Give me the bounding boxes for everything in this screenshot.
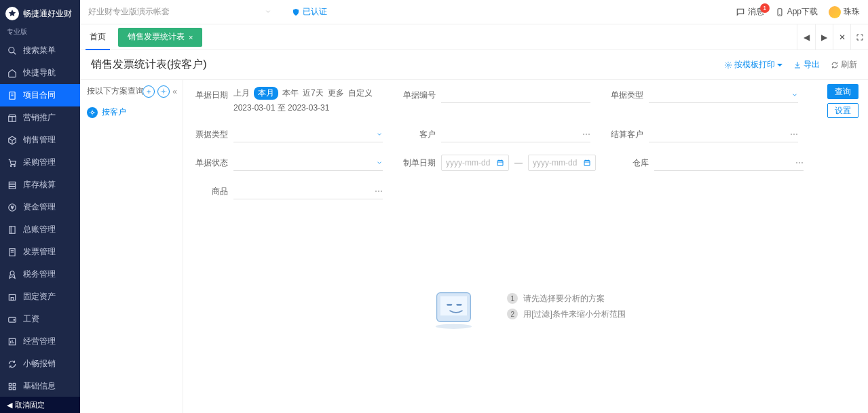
svg-point-37 [91, 111, 93, 113]
sidebar-item-invoice[interactable]: 发票管理 [0, 241, 80, 263]
invoice-type-select[interactable] [233, 126, 383, 142]
tab-close-all-button[interactable]: ✕ [833, 24, 850, 50]
sidebar-item-label: 库存核算 [23, 179, 56, 191]
gear-icon [724, 61, 732, 69]
export-label: 导出 [804, 59, 820, 71]
wallet-icon [7, 314, 18, 325]
phone-icon [775, 7, 785, 17]
sidebar-item-inventory[interactable]: 库存核算 [0, 174, 80, 196]
grid-icon [7, 381, 18, 392]
sidebar-item-label: 固定资产 [23, 291, 56, 302]
settings-button[interactable]: 设置 [827, 103, 858, 118]
svg-rect-11 [9, 186, 15, 189]
empty-illustration-icon [426, 279, 487, 334]
export-button[interactable]: 导出 [793, 59, 820, 71]
sidebar-item-expense[interactable]: 小畅报销 [0, 353, 80, 375]
tab-next-button[interactable]: ▶ [815, 24, 833, 50]
sidebar-item-search-menu[interactable]: 搜索菜单 [0, 39, 80, 62]
sidebar-footer-unpin[interactable]: ◀ 取消固定 [0, 397, 80, 413]
messages-button[interactable]: 消息 1 [736, 6, 764, 18]
filter-label-make-date: 制单日期 [403, 155, 441, 169]
svg-rect-46 [584, 161, 590, 166]
svg-text:¥: ¥ [11, 205, 14, 210]
tab-prev-button[interactable]: ◀ [797, 24, 815, 50]
doc-status-select[interactable] [233, 155, 383, 171]
sidebar-item-fund[interactable]: ¥资金管理 [0, 196, 80, 218]
warehouse-input[interactable]: ⋯ [654, 155, 804, 171]
svg-rect-10 [9, 184, 15, 186]
date-separator: — [514, 158, 523, 168]
user-menu[interactable]: 珠珠 [829, 6, 860, 18]
sidebar-item-tax[interactable]: 税务管理 [0, 263, 80, 286]
date-quick-this-month[interactable]: 本月 [254, 87, 278, 100]
doc-type-select[interactable] [649, 87, 798, 103]
verify-badge: 已认证 [292, 6, 327, 18]
query-button[interactable]: 查询 [827, 84, 858, 99]
sidebar: 畅捷通好业财 专业版 搜索菜单 快捷导航 项目合同 营销推广 销售管理 采购管理… [0, 0, 80, 413]
add-scheme-button[interactable]: + [143, 85, 155, 98]
empty-hint-2: 用[过滤]条件来缩小分析范围 [523, 309, 626, 320]
stack-icon [7, 180, 18, 191]
sidebar-item-label: 工资 [23, 313, 39, 325]
fullscreen-button[interactable] [850, 24, 868, 50]
doc-no-input[interactable] [441, 87, 590, 103]
tab-home[interactable]: 首页 [80, 24, 115, 50]
sidebar-item-quick-nav[interactable]: 快捷导航 [0, 62, 80, 84]
date-placeholder: yyyy-mm-dd [533, 158, 577, 168]
sidebar-item-operation[interactable]: 经营管理 [0, 330, 80, 353]
sidebar-item-label: 项目合同 [23, 90, 56, 101]
date-quick-last-month[interactable]: 上月 [233, 87, 250, 99]
avatar-icon [829, 6, 841, 18]
svg-rect-28 [9, 383, 12, 386]
chevron-down-icon [777, 64, 782, 66]
refresh-label: 刷新 [841, 59, 857, 71]
refresh-icon [7, 359, 18, 370]
account-select[interactable]: 好业财专业版演示帐套 [88, 6, 170, 18]
chevron-down-icon[interactable] [265, 7, 271, 17]
date-quick-custom[interactable]: 自定义 [348, 87, 373, 99]
search-icon [7, 45, 18, 56]
sidebar-item-purchase[interactable]: 采购管理 [0, 151, 80, 174]
customer-input[interactable]: ⋯ [441, 126, 590, 142]
close-icon[interactable]: × [189, 33, 193, 41]
topbar: 好业财专业版演示帐套 已认证 消息 1 App下载 珠珠 [80, 0, 868, 24]
brand-logo-icon [5, 7, 19, 20]
empty-state: 1请先选择要分析的方案 2用[过滤]条件来缩小分析范围 [183, 199, 868, 413]
goods-input[interactable]: ⋯ [233, 183, 383, 199]
make-date-to-input[interactable]: yyyy-mm-dd [528, 155, 596, 171]
sidebar-footer-label: 取消固定 [15, 400, 45, 410]
filter-label-doc-no: 单据编号 [403, 87, 441, 101]
settle-customer-input[interactable]: ⋯ [649, 126, 798, 142]
badge-icon [7, 269, 18, 280]
tab-label: 销售发票统计表 [128, 31, 185, 43]
message-icon [736, 7, 745, 17]
sidebar-item-marketing[interactable]: 营销推广 [0, 106, 80, 129]
sidebar-item-project-contract[interactable]: 项目合同 [0, 84, 80, 106]
sidebar-item-label: 采购管理 [23, 157, 56, 168]
collapse-panel-button[interactable]: « [172, 87, 177, 96]
app-download-button[interactable]: App下载 [775, 6, 818, 18]
sidebar-item-basic-info[interactable]: 基础信息 [0, 375, 80, 397]
sidebar-item-salary[interactable]: 工资 [0, 308, 80, 330]
home-icon [7, 68, 18, 79]
tab-sales-invoice-report[interactable]: 销售发票统计表 × [118, 28, 202, 47]
chevron-down-icon [791, 92, 798, 98]
sidebar-item-ledger[interactable]: 总账管理 [0, 218, 80, 241]
filter-label-customer: 客户 [403, 126, 441, 140]
svg-rect-31 [13, 387, 16, 390]
scheme-settings-button[interactable] [157, 85, 170, 98]
date-quick-last7[interactable]: 近7天 [303, 87, 324, 99]
filter-label-invoice-type: 票据类型 [195, 126, 233, 140]
sidebar-item-label: 销售管理 [23, 134, 56, 146]
date-quick-this-year[interactable]: 本年 [282, 87, 299, 99]
sidebar-item-assets[interactable]: 固定资产 [0, 286, 80, 308]
scheme-panel: 按以下方案查询 + « 按客户 [80, 80, 183, 413]
scheme-item-by-customer[interactable]: 按客户 [87, 106, 176, 118]
filter-label-settle-customer: 结算客户 [611, 126, 649, 140]
make-date-from-input[interactable]: yyyy-mm-dd [441, 155, 509, 171]
refresh-button[interactable]: 刷新 [831, 59, 857, 71]
date-quick-more[interactable]: 更多 [328, 87, 344, 99]
sidebar-item-sales[interactable]: 销售管理 [0, 129, 80, 151]
print-by-template-button[interactable]: 按模板打印 [724, 59, 782, 71]
caret-left-icon: ◀ [7, 401, 12, 410]
